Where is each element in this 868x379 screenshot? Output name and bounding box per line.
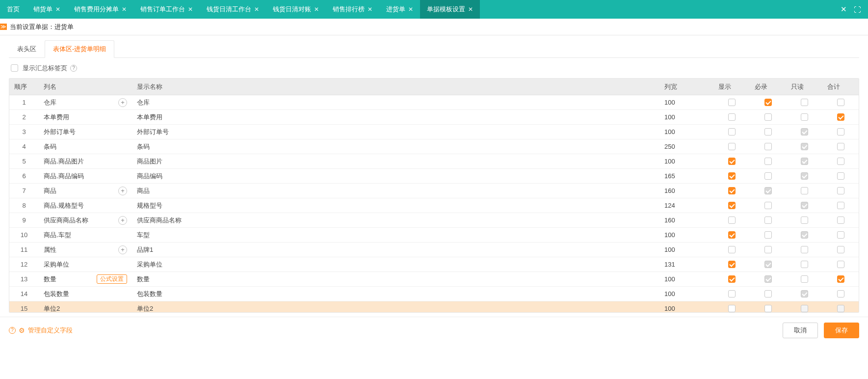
show-checkbox[interactable] bbox=[728, 290, 736, 298]
cell-display[interactable]: 供应商商品名称 bbox=[132, 213, 659, 227]
table-row[interactable]: 8商品.规格型号规格型号124 bbox=[9, 198, 859, 213]
table-row[interactable]: 11属性+品牌1100 bbox=[9, 243, 859, 257]
required-checkbox[interactable] bbox=[764, 202, 772, 209]
top-tab[interactable]: 首页 bbox=[0, 0, 26, 19]
total-checkbox[interactable] bbox=[837, 128, 844, 135]
cell-display[interactable]: 单位2 bbox=[132, 301, 659, 312]
readonly-checkbox[interactable] bbox=[801, 113, 808, 121]
add-icon[interactable]: + bbox=[118, 216, 127, 225]
show-checkbox[interactable] bbox=[728, 305, 736, 312]
add-icon[interactable]: + bbox=[118, 245, 127, 254]
expand-handle[interactable]: ≫ bbox=[0, 24, 7, 30]
cell-display[interactable]: 条码 bbox=[132, 139, 659, 154]
cell-display[interactable]: 数量 bbox=[132, 272, 659, 286]
cell-width[interactable]: 124 bbox=[659, 198, 713, 213]
total-checkbox[interactable] bbox=[837, 172, 844, 180]
table-row[interactable]: 2本单费用本单费用100 bbox=[9, 110, 859, 125]
show-checkbox[interactable] bbox=[728, 246, 736, 253]
table-row[interactable]: 3外部订单号外部订单号100 bbox=[9, 125, 859, 139]
cell-display[interactable]: 本单费用 bbox=[132, 110, 659, 124]
table-row[interactable]: 7商品+商品160 bbox=[9, 184, 859, 198]
required-checkbox[interactable] bbox=[764, 113, 772, 121]
table-row[interactable]: 5商品.商品图片商品图片100 bbox=[9, 154, 859, 169]
table-row[interactable]: 15单位2单位2100 bbox=[9, 301, 859, 312]
table-row[interactable]: 10商品.车型车型100 bbox=[9, 228, 859, 243]
close-icon[interactable]: ✕ bbox=[55, 6, 60, 13]
cell-display[interactable]: 商品编码 bbox=[132, 169, 659, 183]
close-icon[interactable]: ✕ bbox=[368, 6, 372, 13]
top-tab[interactable]: 销售费用分摊单✕ bbox=[67, 0, 133, 19]
table-row[interactable]: 4条码条码250 bbox=[9, 139, 859, 154]
close-icon[interactable]: ✕ bbox=[188, 6, 193, 13]
help-icon[interactable]: ? bbox=[70, 65, 77, 72]
table-row[interactable]: 12采购单位采购单位131 bbox=[9, 257, 859, 272]
total-checkbox[interactable] bbox=[837, 187, 844, 194]
show-checkbox[interactable] bbox=[728, 172, 736, 180]
add-icon[interactable]: + bbox=[118, 98, 127, 107]
show-checkbox[interactable] bbox=[728, 187, 736, 194]
required-checkbox[interactable] bbox=[764, 172, 772, 180]
cell-display[interactable]: 包装数量 bbox=[132, 287, 659, 301]
fullscreen-icon[interactable]: ⛶ bbox=[854, 5, 861, 14]
top-tab[interactable]: 销售订单工作台✕ bbox=[133, 0, 200, 19]
cell-width[interactable]: 100 bbox=[659, 125, 713, 139]
readonly-checkbox[interactable] bbox=[801, 217, 808, 224]
cancel-button[interactable]: 取消 bbox=[783, 323, 818, 338]
show-checkbox[interactable] bbox=[728, 128, 736, 135]
cell-display[interactable]: 仓库 bbox=[132, 95, 659, 109]
table-row[interactable]: 1仓库+仓库100 bbox=[9, 95, 859, 110]
cell-width[interactable]: 100 bbox=[659, 95, 713, 109]
close-icon[interactable]: ✕ bbox=[122, 6, 127, 13]
table-row[interactable]: 6商品.商品编码商品编码165 bbox=[9, 169, 859, 184]
top-tab[interactable]: 钱货日清对账✕ bbox=[266, 0, 326, 19]
total-checkbox[interactable] bbox=[837, 261, 844, 268]
total-checkbox[interactable] bbox=[837, 143, 844, 150]
top-tab[interactable]: 销售排行榜✕ bbox=[326, 0, 379, 19]
cell-width[interactable]: 100 bbox=[659, 228, 713, 242]
show-checkbox[interactable] bbox=[728, 261, 736, 268]
cell-display[interactable]: 车型 bbox=[132, 228, 659, 242]
save-button[interactable]: 保存 bbox=[824, 323, 859, 338]
show-checkbox[interactable] bbox=[728, 202, 736, 209]
readonly-checkbox[interactable] bbox=[801, 187, 808, 194]
total-checkbox[interactable] bbox=[837, 113, 844, 121]
manage-custom-fields-link[interactable]: 管理自定义字段 bbox=[28, 326, 73, 335]
top-tab[interactable]: 单据模板设置✕ bbox=[420, 0, 480, 19]
required-checkbox[interactable] bbox=[764, 231, 772, 239]
required-checkbox[interactable] bbox=[764, 290, 772, 298]
cell-width[interactable]: 165 bbox=[659, 169, 713, 183]
readonly-checkbox[interactable] bbox=[801, 246, 808, 253]
readonly-checkbox[interactable] bbox=[801, 261, 808, 268]
required-checkbox[interactable] bbox=[764, 143, 772, 150]
cell-display[interactable]: 商品 bbox=[132, 184, 659, 198]
required-checkbox[interactable] bbox=[764, 99, 772, 106]
show-checkbox[interactable] bbox=[728, 113, 736, 121]
cell-width[interactable]: 160 bbox=[659, 213, 713, 227]
cell-width[interactable]: 100 bbox=[659, 154, 713, 168]
cell-width[interactable]: 100 bbox=[659, 272, 713, 286]
cell-width[interactable]: 100 bbox=[659, 110, 713, 124]
close-icon[interactable]: ✕ bbox=[254, 6, 259, 13]
total-checkbox[interactable] bbox=[837, 217, 844, 224]
cell-width[interactable]: 131 bbox=[659, 257, 713, 271]
cell-display[interactable]: 品牌1 bbox=[132, 243, 659, 257]
top-tab[interactable]: 钱货日清工作台✕ bbox=[200, 0, 266, 19]
add-icon[interactable]: + bbox=[118, 187, 127, 195]
cell-display[interactable]: 采购单位 bbox=[132, 257, 659, 271]
total-checkbox[interactable] bbox=[837, 158, 844, 165]
total-checkbox[interactable] bbox=[837, 231, 844, 239]
total-checkbox[interactable] bbox=[837, 99, 844, 106]
required-checkbox[interactable] bbox=[764, 246, 772, 253]
cell-width[interactable]: 250 bbox=[659, 139, 713, 154]
cell-display[interactable]: 商品图片 bbox=[132, 154, 659, 168]
close-icon[interactable]: ✕ bbox=[468, 6, 473, 13]
table-row[interactable]: 14包装数量包装数量100 bbox=[9, 287, 859, 301]
footer-help-icon[interactable]: ? bbox=[9, 327, 16, 334]
required-checkbox[interactable] bbox=[764, 128, 772, 135]
cell-width[interactable]: 100 bbox=[659, 243, 713, 257]
close-icon[interactable]: ✕ bbox=[314, 6, 319, 13]
table-row[interactable]: 13数量公式设置数量100 bbox=[9, 272, 859, 287]
cell-display[interactable]: 规格型号 bbox=[132, 198, 659, 213]
cell-display[interactable]: 外部订单号 bbox=[132, 125, 659, 139]
required-checkbox[interactable] bbox=[764, 158, 772, 165]
